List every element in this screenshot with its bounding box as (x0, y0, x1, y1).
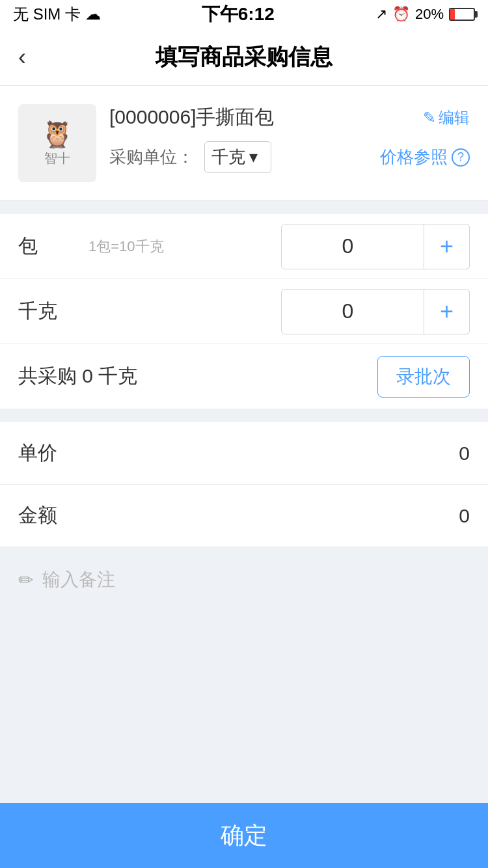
product-code: [0000006] (109, 106, 196, 128)
record-batch-button[interactable]: 录批次 (377, 356, 470, 398)
confirm-label: 确定 (221, 820, 267, 852)
status-time: 下午6:12 (202, 2, 275, 27)
notes-placeholder: 输入备注 (42, 567, 115, 592)
product-owl-icon: 🦉 (41, 119, 74, 150)
notes-section[interactable]: ✏ 输入备注 (0, 547, 488, 612)
unit-price-row: 单价 0 (0, 422, 488, 485)
price-ref-label: 价格参照 (380, 146, 448, 169)
product-image-label: 智十 (44, 150, 70, 167)
pack-sub-label: 1包=10千克 (88, 237, 164, 256)
unit-price-value: 0 (459, 442, 470, 465)
edit-icon: ✎ (423, 109, 436, 127)
pack-input[interactable] (281, 224, 424, 269)
edit-button[interactable]: ✎ 编辑 (423, 107, 470, 128)
location-icon: ↗ (375, 6, 387, 23)
pack-input-wrap: + (281, 224, 470, 269)
pack-form-section: 包 1包=10千克 + 千克 + 共采购 0 千克 录批次 (0, 214, 488, 409)
summary-row: 共采购 0 千克 录批次 (0, 344, 488, 409)
confirm-button[interactable]: 确定 (0, 803, 488, 868)
kg-row: 千克 + (0, 279, 488, 344)
unit-value: 千克 (211, 146, 245, 169)
amount-row: 金额 0 (0, 485, 488, 547)
product-unit-row: 采购单位： 千克 ▾ 价格参照 ? (109, 141, 470, 173)
pack-plus-button[interactable]: + (424, 224, 470, 269)
status-left: 无 SIM 卡 ☁ (13, 4, 101, 25)
sim-status: 无 SIM 卡 ☁ (13, 4, 101, 25)
kg-input-wrap: + (281, 289, 470, 334)
kg-input[interactable] (281, 289, 424, 334)
page-title: 填写商品采购信息 (156, 42, 332, 72)
section-separator-1 (0, 201, 488, 214)
section-separator-2 (0, 409, 488, 422)
status-right: ↗ ⏰ 20% (375, 6, 475, 23)
product-title: 手撕面包 (196, 106, 274, 128)
product-name-row: [0000006]手撕面包 ✎ 编辑 (109, 104, 470, 131)
price-info-section: 单价 0 金额 0 (0, 422, 488, 547)
back-button[interactable]: ‹ (18, 44, 26, 71)
status-bar: 无 SIM 卡 ☁ 下午6:12 ↗ ⏰ 20% (0, 0, 488, 29)
product-image: 🦉 智十 (18, 104, 96, 182)
product-info: [0000006]手撕面包 ✎ 编辑 采购单位： 千克 ▾ 价格参照 ? (109, 104, 470, 173)
alarm-icon: ⏰ (392, 6, 410, 23)
unit-select-dropdown[interactable]: 千克 ▾ (204, 141, 271, 173)
bottom-spacer (0, 612, 488, 803)
product-name: [0000006]手撕面包 (109, 104, 274, 131)
amount-label: 金额 (18, 502, 57, 529)
price-reference-btn[interactable]: 价格参照 ? (380, 146, 470, 169)
unit-price-label: 单价 (18, 440, 57, 467)
amount-value: 0 (459, 505, 470, 527)
help-circle-icon: ? (452, 148, 470, 167)
summary-text: 共采购 0 千克 (18, 363, 137, 390)
kg-plus-button[interactable]: + (424, 289, 470, 334)
nav-bar: ‹ 填写商品采购信息 (0, 29, 488, 86)
pack-label: 包 (18, 233, 83, 260)
product-card: 🦉 智十 [0000006]手撕面包 ✎ 编辑 采购单位： 千克 ▾ (0, 86, 488, 201)
battery-percent: 20% (415, 6, 444, 23)
unit-prefix-label: 采购单位： (109, 146, 194, 169)
pencil-icon: ✏ (18, 569, 33, 591)
pack-row: 包 1包=10千克 + (0, 214, 488, 279)
chevron-down-icon: ▾ (249, 147, 258, 167)
battery-icon (449, 8, 475, 21)
kg-label: 千克 (18, 298, 83, 325)
edit-label: 编辑 (439, 107, 470, 128)
